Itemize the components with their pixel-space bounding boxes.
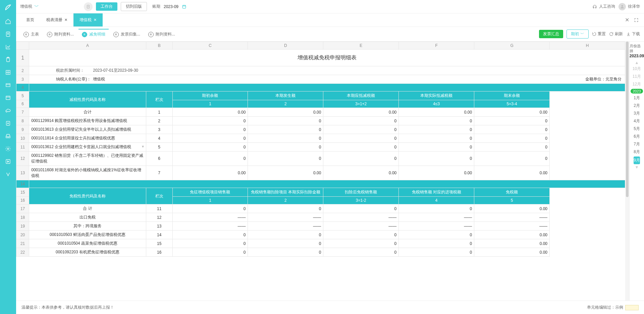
cell: 0 <box>323 248 399 257</box>
cell: 0 <box>323 239 399 248</box>
cell: 4≤3 <box>399 100 474 108</box>
subtab-attach1[interactable]: ≡附列资料... <box>44 29 77 39</box>
app-logo <box>3 3 13 12</box>
cell: 0.00 <box>474 239 550 248</box>
cell <box>16 42 29 50</box>
cell: 0 <box>323 231 399 239</box>
spreadsheet[interactable]: ABCDEFGH1增值税减免税申报明细表2税款所属时间：2023-07-01至2… <box>16 42 625 301</box>
cell: H <box>550 42 625 50</box>
close-icon[interactable]: ✕ <box>94 18 97 22</box>
nav-doc-icon[interactable] <box>5 31 11 38</box>
month-option[interactable]: 1月 <box>632 94 641 102</box>
period-label: 账期 <box>152 4 160 9</box>
month-option[interactable]: 5月 <box>632 125 641 133</box>
cell: 11 <box>146 204 172 213</box>
cell: 0001013613 企业招用登记失业半年以上人员扣减增值税 <box>29 125 146 134</box>
reset-button[interactable]: 重置 <box>592 31 606 37</box>
avatar-icon <box>619 3 626 10</box>
nav-table-icon[interactable] <box>5 82 11 88</box>
cell: 0 <box>323 134 399 143</box>
nav-clipboard-icon[interactable] <box>5 56 11 63</box>
nav-chart-icon[interactable] <box>5 44 11 50</box>
cell: 0.00 <box>399 108 474 117</box>
nav-home-icon[interactable] <box>5 18 11 25</box>
nav-cloud-icon[interactable] <box>5 107 11 114</box>
cell: 0 <box>248 125 323 134</box>
cell: 0 <box>474 117 550 125</box>
cell: —— <box>474 222 550 231</box>
cell: 0 <box>399 248 474 257</box>
month-option[interactable]: 8月 <box>632 148 641 156</box>
cell: 0001011608 对湖北省外的小规模纳税人减按1%征收率征收增值税 <box>29 166 146 180</box>
cell: 7 <box>146 166 172 180</box>
month-prev-icon[interactable]: ▲ <box>635 60 639 65</box>
doc-round-icon[interactable] <box>84 2 93 11</box>
month-option[interactable]: 2月 <box>632 102 641 110</box>
cell: B <box>146 42 172 50</box>
month-option[interactable]: 3月 <box>632 110 641 117</box>
cell: 0.00 <box>474 108 550 117</box>
refresh-button[interactable]: 刷新 <box>609 31 623 37</box>
invoice-summary-button[interactable]: 发票汇总 <box>539 30 563 38</box>
month-next-icon[interactable]: ▼ <box>635 165 639 170</box>
period-value: 2023-09 <box>164 4 178 9</box>
cell: 0.00 <box>399 166 474 180</box>
cell: 0 <box>248 134 323 143</box>
close-all-icon[interactable]: ✕ <box>625 17 629 23</box>
cell: 税款所属时间：2023-07-01至2023-09-30 <box>29 66 625 75</box>
cell: 2 <box>146 117 172 125</box>
cell: 0.00 <box>248 108 323 117</box>
month-option[interactable]: 4月 <box>632 117 641 125</box>
cell: 纳税人名称(公章)：增值税金额单位：元至角分 <box>29 75 625 84</box>
tab-vat[interactable]: 增值税✕ <box>73 13 103 26</box>
sheet-icon: ≡ <box>82 32 87 37</box>
tab-home[interactable]: 首页 <box>20 13 40 26</box>
cell: 0 <box>399 239 474 248</box>
subtab-invoice[interactable]: ≡发票归集... <box>110 29 144 39</box>
month-option[interactable]: 12月 <box>633 80 641 88</box>
subtab-attach2[interactable]: ≡附列资料... <box>145 29 178 39</box>
footer: 温馨提示：本表供参考，请认真核对数据后再上报！ 单元格编辑过：示例 <box>16 301 644 314</box>
vertical-scrollbar[interactable] <box>625 42 629 301</box>
fullscreen-icon[interactable] <box>634 18 639 22</box>
cell: 3 <box>146 125 172 134</box>
tab-tax-list[interactable]: 税表清册✕ <box>40 13 73 26</box>
nav-v-icon[interactable] <box>5 171 11 178</box>
close-icon[interactable]: ✕ <box>64 18 67 22</box>
company-selector[interactable]: 增值税 ﹀ <box>20 4 80 10</box>
cell: 免税销售额 对应的进项税额 <box>399 188 474 197</box>
cell: 19 <box>16 222 29 231</box>
period-begin-button[interactable]: 期初﹀ <box>567 29 589 39</box>
cell: 期末余额 <box>474 91 550 100</box>
download-button[interactable]: 下载 <box>626 31 640 37</box>
subtab-reduction[interactable]: ≡减免明细 <box>78 29 109 39</box>
month-option[interactable]: 10月 <box>633 65 641 73</box>
cell: 4 <box>146 134 172 143</box>
cell: 0 <box>474 151 550 166</box>
cell: 0 <box>248 151 323 166</box>
switch-old-button[interactable]: 切到旧版 <box>121 2 147 11</box>
consult-link[interactable]: 人工咨询 <box>592 4 615 9</box>
cell: 0.00 <box>323 166 399 180</box>
nav-export-icon[interactable] <box>5 120 11 127</box>
svg-rect-5 <box>6 96 10 100</box>
nav-inbox-icon[interactable] <box>5 133 11 139</box>
month-option[interactable]: 7月 <box>632 140 641 148</box>
cell: 1 <box>172 197 248 204</box>
workbench-button[interactable]: 工作台 <box>96 2 117 11</box>
cell: 0 <box>172 151 248 166</box>
month-option[interactable]: 9月 <box>634 156 640 164</box>
cell: 0 <box>323 143 399 151</box>
month-option[interactable]: 6月 <box>632 133 641 140</box>
user-menu[interactable]: 徐泽华 <box>619 3 640 10</box>
nav-play-icon[interactable] <box>5 158 11 165</box>
nav-window-icon[interactable] <box>5 95 11 101</box>
subtab-main[interactable]: ≡主表 <box>20 29 42 39</box>
month-option[interactable]: 11月 <box>633 73 641 80</box>
nav-grid-icon[interactable] <box>5 69 11 76</box>
calendar-icon[interactable] <box>182 4 186 9</box>
cell: 1 <box>172 100 248 108</box>
cell: 本期发生额 <box>248 91 323 100</box>
nav-gear-icon[interactable] <box>5 145 11 152</box>
cell: 1 <box>16 50 29 66</box>
